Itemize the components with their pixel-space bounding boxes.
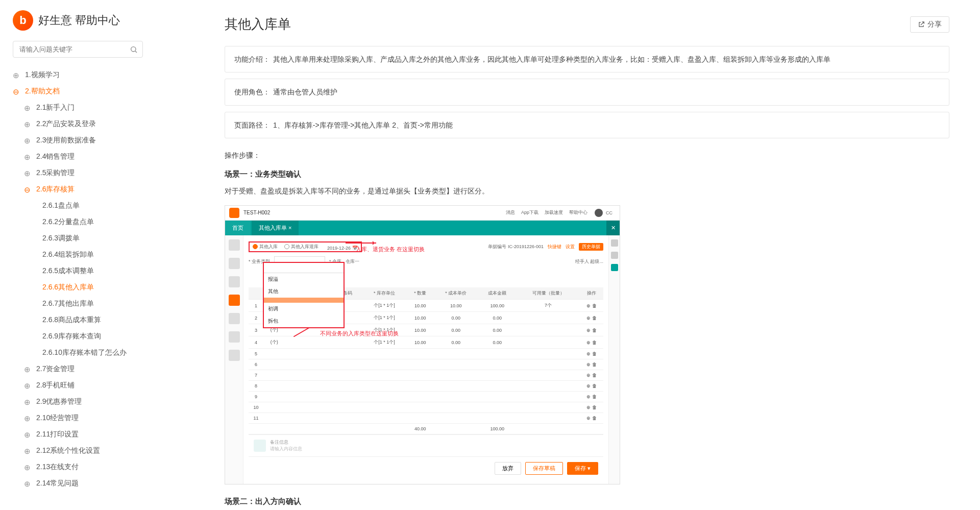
nav-2-7[interactable]: 2.7资金管理 — [13, 361, 143, 377]
nav-2-9[interactable]: 2.9优惠券管理 — [13, 394, 143, 410]
ss-logo-icon — [229, 208, 239, 218]
nav-label: 2.1新手入门 — [36, 103, 75, 112]
ss-tab-close-icon: ✕ — [606, 221, 620, 235]
nav-2-12[interactable]: 2.12系统个性化设置 — [13, 443, 143, 459]
intro-label: 功能介绍： — [234, 55, 270, 63]
logo-icon: b — [13, 10, 33, 31]
ss-righticon — [611, 252, 618, 259]
ss-header-links: 单据编号 IC-20191226-001 快捷键 设置 历史单据 — [488, 243, 603, 251]
nav-label: 2.6.1盘点单 — [42, 201, 80, 210]
nav-2-6-2[interactable]: 2.6.2分量盘点单 — [13, 214, 143, 230]
nav-2-6-10[interactable]: 2.6.10库存账本错了怎么办 — [13, 345, 143, 361]
nav-2-6-6[interactable]: 2.6.6其他入库单 — [13, 279, 143, 296]
ss-annotation: 不同业务的入库类型在这里切换 — [320, 330, 399, 337]
nav-label: 1.视频学习 — [25, 70, 60, 80]
ss-btn-cancel: 放弃 — [495, 462, 521, 475]
ss-top-link: 消息 — [506, 209, 515, 216]
ss-tabbar: 首页 其他入库单 × ✕ — [225, 221, 620, 235]
nav-label: 2.6库存核算 — [36, 185, 75, 194]
plus-icon — [24, 136, 32, 144]
ss-lefticon — [229, 331, 240, 343]
nav-label: 2.5采购管理 — [36, 168, 75, 178]
radio-on-icon — [253, 244, 258, 249]
th: * 数量 — [406, 287, 434, 300]
plus-icon — [24, 398, 32, 406]
ss-lefticon — [229, 258, 240, 269]
ss-top-link: 帮助中心 — [569, 209, 587, 216]
nav-2-3[interactable]: 2.3使用前数据准备 — [13, 132, 143, 149]
nav-label: 2.6.7其他出库单 — [42, 299, 94, 308]
ss-body: 其他入库 其他入库退库 2019-12-26 📅 单据编号 IC-2019122… — [225, 235, 620, 484]
th: 可用量（批量） — [517, 287, 580, 300]
nav-video[interactable]: 1.视频学习 — [13, 67, 143, 83]
nav-2-13[interactable]: 2.13在线支付 — [13, 459, 143, 475]
ss-top-link: App下载 — [521, 209, 538, 216]
nav-label: 2.11打印设置 — [36, 430, 79, 439]
ss-annotation: 入库、退货业务 在这里切换 — [356, 246, 425, 253]
screenshot-app: TEST-H002 消息 App下载 加载速度 帮助中心 CC 首页 其他入库单… — [225, 205, 620, 485]
nav-2-10[interactable]: 2.10经营管理 — [13, 410, 143, 426]
table-row: 9⊕ 🗑 — [249, 392, 603, 402]
nav-2-6-8[interactable]: 2.6.8商品成本重算 — [13, 312, 143, 328]
ss-radio-group: 其他入库 其他入库退库 2019-12-26 📅 — [249, 241, 362, 253]
sidebar: b 好生意 帮助中心 1.视频学习 2.帮助文档 2.1新手入门 2.2产品安装… — [0, 0, 153, 510]
nav-2-2[interactable]: 2.2产品安装及登录 — [13, 116, 143, 132]
ss-lefticon — [229, 313, 240, 324]
share-icon — [918, 21, 925, 28]
share-button[interactable]: 分享 — [910, 16, 949, 33]
path-box: 页面路径：1、库存核算->库存管理->其他入库单 2、首页->常用功能 — [225, 112, 949, 138]
nav-2-6-1[interactable]: 2.6.1盘点单 — [13, 198, 143, 214]
nav-label: 2.8手机旺铺 — [36, 381, 75, 390]
nav-label: 2.6.6其他入库单 — [42, 283, 94, 292]
nav-label: 2.4销售管理 — [36, 152, 75, 161]
ss-tenant: TEST-H002 — [243, 210, 270, 215]
plus-icon — [24, 463, 32, 471]
table-row: 8⊕ 🗑 — [249, 381, 603, 392]
plus-icon — [24, 104, 32, 112]
path-label: 页面路径： — [234, 121, 270, 129]
ss-lefticon — [229, 350, 240, 361]
scene1-text: 对于受赠、盘盈或是拆装入库等不同的业务，是通过单据头【业务类型】进行区分。 — [225, 184, 949, 198]
radio-label: 其他入库 — [259, 244, 278, 250]
nav-2-6[interactable]: 2.6库存核算 — [13, 181, 143, 198]
ss-maker-label: 经手人 — [575, 259, 589, 264]
plus-icon — [24, 169, 32, 177]
nav-label: 2.2产品安装及登录 — [36, 119, 96, 129]
nav-2-6-7[interactable]: 2.6.7其他出库单 — [13, 296, 143, 312]
ss-avatar-icon — [595, 209, 603, 217]
ss-top-link: 加载速度 — [545, 209, 563, 216]
intro-text: 其他入库单用来处理除采购入库、产成品入库之外的其他入库业务，因此其他入库单可处理… — [273, 55, 830, 63]
nav-help-docs[interactable]: 2.帮助文档 — [13, 83, 143, 100]
steps-section: 操作步骤： 场景一：业务类型确认 对于受赠、盘盈或是拆装入库等不同的业务，是通过… — [225, 151, 949, 510]
red-arrow-icon — [346, 242, 376, 244]
nav-2-4[interactable]: 2.4销售管理 — [13, 149, 143, 165]
ss-hlink: 快捷键 — [548, 244, 561, 250]
nav-2-6-5[interactable]: 2.6.5成本调整单 — [13, 263, 143, 279]
nav-2-1[interactable]: 2.1新手入门 — [13, 100, 143, 116]
plus-icon — [24, 365, 32, 373]
scene2-title: 场景二：出入方向确认 — [225, 497, 949, 506]
svg-point-0 — [131, 46, 136, 51]
nav-2-6-3[interactable]: 2.6.3调拨单 — [13, 230, 143, 247]
remark-placeholder: 请输入内容信息 — [270, 446, 302, 452]
th: 成本金额 — [478, 287, 517, 300]
nav-2-14[interactable]: 2.14常见问题 — [13, 475, 143, 492]
minus-icon — [24, 185, 32, 193]
nav-2-11[interactable]: 2.11打印设置 — [13, 426, 143, 443]
ss-btn-draft: 保存草稿 — [525, 462, 563, 475]
nav-2-6-4[interactable]: 2.6.4组装拆卸单 — [13, 247, 143, 263]
nav-2-5[interactable]: 2.5采购管理 — [13, 165, 143, 181]
plus-icon — [24, 153, 32, 161]
nav-label: 2.14常见问题 — [36, 479, 79, 488]
ss-lefticon — [229, 276, 240, 287]
search-input[interactable] — [13, 41, 143, 58]
nav-2-6-9[interactable]: 2.6.9库存账本查询 — [13, 328, 143, 345]
remark-icon — [254, 440, 266, 452]
ss-dropdown-opt: 报溢 — [264, 273, 344, 285]
plus-icon — [24, 414, 32, 422]
nav-2-8[interactable]: 2.8手机旺铺 — [13, 377, 143, 394]
th: * 库存单位 — [362, 287, 406, 300]
nav-label: 2.6.8商品成本重算 — [42, 315, 101, 325]
ss-dropdown-opt: 其他 — [264, 285, 344, 298]
nav-label: 2.6.5成本调整单 — [42, 266, 94, 276]
